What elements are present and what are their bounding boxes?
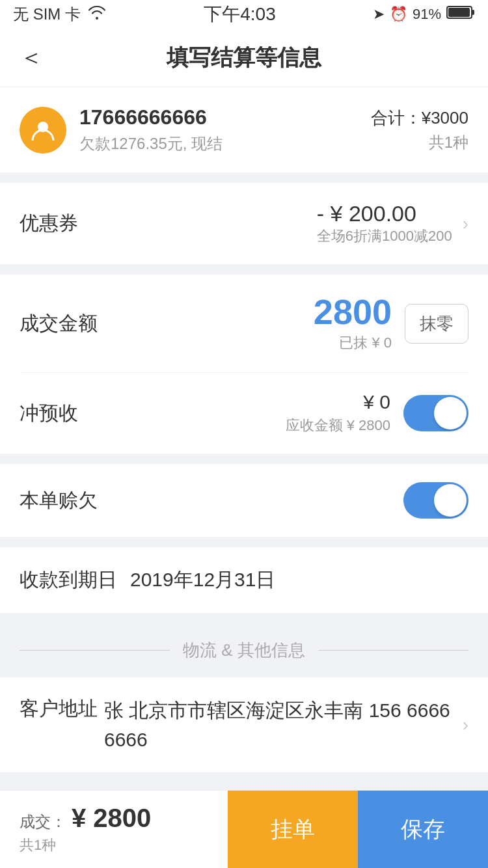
bottom-summary: 成交： ¥ 2800 共1种 <box>0 804 228 855</box>
status-bar: 无 SIM 卡 下午4:03 ➤ ⏰ 91% <box>0 0 488 29</box>
bottom-amount: ¥ 2800 <box>72 804 151 833</box>
deal-amount: 2800 <box>314 294 392 329</box>
logistics-header: 物流 & 其他信息 <box>0 623 488 677</box>
round-button[interactable]: 抹零 <box>405 304 468 344</box>
page-title: 填写结算等信息 <box>167 43 321 73</box>
bottom-bar: 成交： ¥ 2800 共1种 挂单 保存 <box>0 790 488 868</box>
due-label: 收款到期日 <box>20 567 117 593</box>
logistics-line-right <box>318 650 468 651</box>
deal-section: 成交金额 2800 已抹 ¥ 0 抹零 冲预收 ¥ 0 应收金额 ¥ 2800 <box>0 275 488 454</box>
signal-text: 无 SIM 卡 <box>13 4 81 25</box>
svg-rect-1 <box>472 10 474 15</box>
toggle-knob <box>434 397 467 429</box>
credit-toggle-knob <box>434 484 467 517</box>
bottom-deal-label: 成交： <box>20 811 66 832</box>
content: 17666666666 欠款1276.35元, 现结 合计：¥3000 共1种 … <box>0 87 488 868</box>
prepay-sub: 应收金额 ¥ 2800 <box>286 416 390 435</box>
coupon-row[interactable]: 优惠券 - ¥ 200.00 全场6折满1000减200 › <box>0 183 488 264</box>
battery-text: 91% <box>413 6 441 23</box>
address-label: 客户地址 <box>20 696 98 722</box>
due-date: 2019年12月31日 <box>130 567 275 593</box>
save-button[interactable]: 保存 <box>358 791 488 869</box>
due-date-row: 收款到期日 2019年12月31日 <box>0 547 488 613</box>
credit-section: 本单赊欠 <box>0 464 488 537</box>
deal-amount-wrap: 2800 已抹 ¥ 0 <box>314 294 392 353</box>
customer-sub: 欠款1276.35元, 现结 <box>79 133 223 154</box>
credit-toggle[interactable] <box>403 482 468 519</box>
coupon-right: - ¥ 200.00 全场6折满1000减200 › <box>317 201 468 246</box>
prepay-amount-wrap: ¥ 0 应收金额 ¥ 2800 <box>286 391 390 435</box>
wifi-icon <box>87 5 107 23</box>
location-icon: ➤ <box>373 6 385 23</box>
customer-left: 17666666666 欠款1276.35元, 现结 <box>20 105 223 154</box>
back-button[interactable]: ＜ <box>20 42 43 74</box>
deal-amount-row: 成交金额 2800 已抹 ¥ 0 抹零 <box>0 275 488 372</box>
coupon-label: 优惠券 <box>20 210 78 237</box>
address-content: 张 北京市市辖区海淀区永丰南 156 6666 6666 <box>104 696 456 754</box>
status-left: 无 SIM 卡 <box>13 4 107 25</box>
bottom-deal-row: 成交： ¥ 2800 <box>20 804 208 833</box>
logistics-line-left <box>20 650 170 651</box>
alarm-icon: ⏰ <box>390 6 407 23</box>
deal-right: 2800 已抹 ¥ 0 抹零 <box>314 294 468 353</box>
customer-phone: 17666666666 <box>79 105 223 129</box>
coupon-discount: - ¥ 200.00 <box>317 201 452 226</box>
chevron-right-icon: › <box>463 213 468 234</box>
prepay-right: ¥ 0 应收金额 ¥ 2800 <box>286 391 468 435</box>
status-time: 下午4:03 <box>204 2 276 27</box>
credit-label: 本单赊欠 <box>20 487 98 514</box>
customer-info: 17666666666 欠款1276.35元, 现结 <box>79 105 223 154</box>
avatar <box>20 107 66 154</box>
total-count: 共1种 <box>371 132 468 153</box>
prepay-label: 冲预收 <box>20 400 78 427</box>
customer-right: 合计：¥3000 共1种 <box>371 107 468 153</box>
bottom-count: 共1种 <box>20 835 208 855</box>
credit-row: 本单赊欠 <box>0 464 488 537</box>
hang-button[interactable]: 挂单 <box>228 791 358 869</box>
prepay-row: 冲预收 ¥ 0 应收金额 ¥ 2800 <box>0 373 488 454</box>
total-label: 合计：¥3000 <box>371 107 468 129</box>
address-chevron-icon: › <box>463 714 468 735</box>
status-right: ➤ ⏰ 91% <box>373 5 475 23</box>
header: ＜ 填写结算等信息 <box>0 29 488 87</box>
address-row[interactable]: 客户地址 张 北京市市辖区海淀区永丰南 156 6666 6666 › <box>0 677 488 772</box>
coupon-desc: 全场6折满1000减200 <box>317 226 452 246</box>
prepay-toggle[interactable] <box>403 395 468 431</box>
prepay-amount: ¥ 0 <box>286 391 390 413</box>
svg-rect-2 <box>448 8 470 17</box>
battery-icon <box>446 5 475 23</box>
deal-label: 成交金额 <box>20 310 98 337</box>
logistics-title: 物流 & 其他信息 <box>183 639 305 662</box>
deal-sub: 已抹 ¥ 0 <box>314 333 392 353</box>
customer-card: 17666666666 欠款1276.35元, 现结 合计：¥3000 共1种 <box>0 87 488 172</box>
